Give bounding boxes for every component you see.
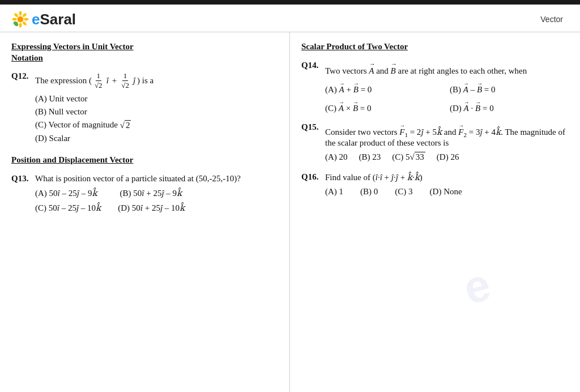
q14-opt-a: (A) →A + →B = 0 — [325, 80, 444, 95]
q16-text: Find value of (î·î + ĵ·ĵ + k̂·k̂) — [325, 172, 569, 182]
section1-heading: Expressing Vectors in Unit Vector Notati… — [11, 41, 278, 63]
q12-opt-c: (C) Vector of magnitude √2 — [35, 120, 278, 130]
svg-point-8 — [14, 12, 19, 18]
q13-label: Q13. — [11, 174, 35, 184]
svg-point-10 — [12, 20, 19, 27]
q16-opt-b: (B) 0 — [360, 187, 378, 197]
q16-opt-d: (D) None — [430, 187, 462, 197]
q14-label: Q14. — [301, 61, 325, 70]
svg-point-1 — [19, 11, 22, 16]
q13-text: What is position vector of a particle si… — [35, 174, 278, 184]
svg-point-2 — [22, 12, 27, 18]
logo-text: eSaral — [32, 11, 76, 28]
logo-area: eSaral — [11, 10, 76, 28]
logo-row: eSaral Vector — [0, 5, 580, 32]
logo-icon — [11, 10, 29, 28]
svg-point-4 — [22, 21, 27, 26]
svg-point-7 — [12, 18, 17, 21]
q13-block: Q13. What is position vector of a partic… — [11, 174, 278, 213]
svg-point-5 — [19, 23, 22, 27]
subject-label: Vector — [540, 15, 563, 24]
right-column: Scalar Product of Two Vector Q14. Two ve… — [290, 32, 580, 392]
q16-label: Q16. — [301, 172, 325, 182]
q15-text: Consider two vectors →F1 = 2ĵ + 5k̂ and … — [325, 122, 569, 148]
q13-opt-d: (D) 50î + 25ĵ – 10k̂ — [118, 203, 185, 213]
q15-opt-a: (A) 20 — [325, 152, 348, 162]
q16-opt-c: (C) 3 — [395, 187, 412, 197]
q13-options: (A) 50î – 25ĵ – 9k̂ (B) 50î + 25ĵ – 9k̂ … — [35, 188, 278, 213]
right-section1-heading: Scalar Product of Two Vector — [301, 41, 569, 53]
svg-point-9 — [18, 16, 23, 22]
q14-opt-d: (D) →A · →B = 0 — [450, 99, 569, 113]
q16-opt-a: (A) 1 — [325, 187, 343, 197]
q12-opt-a: (A) Unit vector — [35, 94, 278, 104]
q15-opt-d: (D) 26 — [437, 152, 459, 162]
q15-opt-b: (B) 23 — [359, 152, 381, 162]
frac1: 1 √2 — [93, 71, 104, 90]
q14-opt-c: (C) →A × →B = 0 — [325, 99, 444, 113]
q12-opt-d: (D) Scalar — [35, 134, 278, 143]
q15-label: Q15. — [301, 122, 325, 132]
q12-opt-b: (B) Null vector — [35, 107, 278, 117]
frac2: 1 √2 — [120, 71, 130, 90]
section2-heading: Position and Displacement Vector — [11, 155, 278, 166]
top-bar — [0, 0, 580, 5]
left-column: Expressing Vectors in Unit Vector Notati… — [0, 32, 290, 392]
q16-block: Q16. Find value of (î·î + ĵ·ĵ + k̂·k̂) (… — [301, 172, 569, 197]
q13-opt-c: (C) 50î – 25ĵ – 10k̂ — [35, 203, 101, 213]
q14-block: Q14. Two vectors →A and →B are at right … — [301, 61, 569, 113]
q12-block: Q12. The expression ( 1 √2 î + — [11, 71, 278, 143]
q14-opt-b: (B) →A – →B = 0 — [450, 80, 569, 95]
q13-opt-b: (B) 50î + 25ĵ – 9k̂ — [120, 188, 182, 198]
q14-text: Two vectors →A and →B are at right angle… — [325, 61, 569, 76]
q15-opt-c: (C) 5√33 — [392, 152, 425, 162]
svg-point-3 — [24, 18, 28, 21]
q12-options: (A) Unit vector (B) Null vector (C) Vect… — [35, 94, 278, 143]
q15-block: Q15. Consider two vectors →F1 = 2ĵ + 5k̂… — [301, 122, 569, 162]
q13-opt-a: (A) 50î – 25ĵ – 9k̂ — [35, 188, 97, 198]
q12-label: Q12. — [11, 71, 35, 81]
q12-text: The expression ( 1 √2 î + 1 √2 — [35, 71, 278, 90]
